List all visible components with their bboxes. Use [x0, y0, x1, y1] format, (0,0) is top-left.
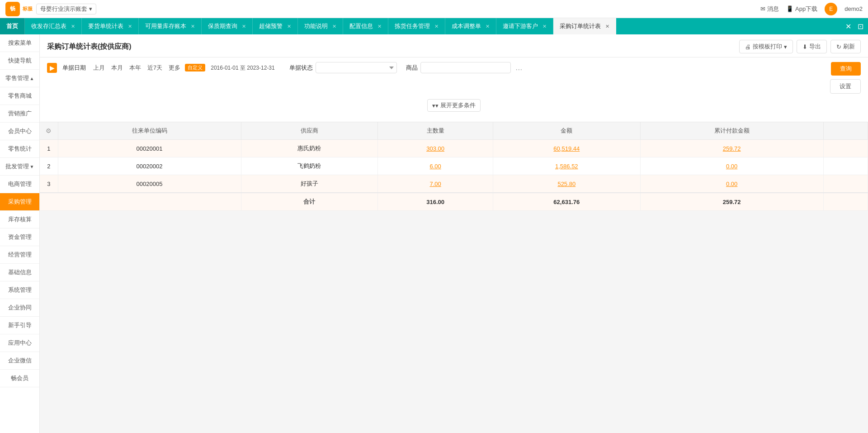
tab-overstock-close-icon[interactable]: ✕: [287, 24, 291, 29]
row2-amount-link[interactable]: 1,586.52: [555, 163, 578, 170]
app-icon: 📱: [786, 5, 793, 12]
sidebar-item-appcenter[interactable]: 应用中心: [0, 334, 39, 352]
sidebar-item-corpwechat[interactable]: 企业微信: [0, 352, 39, 370]
tab-invite[interactable]: 邀请下游客户 ✕: [496, 18, 553, 34]
tab-receive-close-icon[interactable]: ✕: [71, 24, 75, 29]
date-option-thisyear[interactable]: 本年: [127, 63, 143, 73]
sidebar-item-purchase[interactable]: 采购管理: [0, 193, 39, 211]
row1-paid-link[interactable]: 259.72: [723, 145, 741, 152]
app-download-button[interactable]: 📱 App下载: [786, 5, 817, 13]
sidebar-item-finance[interactable]: 资金管理: [0, 228, 39, 246]
refresh-button[interactable]: ↻ 刷新: [830, 40, 861, 53]
tab-funcguide[interactable]: 功能说明 ✕: [298, 18, 343, 34]
date-option-lastmonth[interactable]: 上月: [91, 63, 107, 73]
tab-cost-close-icon[interactable]: ✕: [486, 24, 490, 29]
col-amount: 金额: [493, 122, 640, 140]
page-title: 采购订单统计表(按供应商): [47, 42, 132, 52]
tab-purchase-close-icon[interactable]: ✕: [605, 24, 609, 29]
sidebar-item-system[interactable]: 系统管理: [0, 281, 39, 299]
sidebar-item-inventory2[interactable]: 库存核算: [0, 211, 39, 228]
col-code: 往来单位编码: [58, 122, 241, 140]
query-button[interactable]: 查询: [831, 62, 861, 76]
column-settings-icon[interactable]: ⚙: [46, 127, 52, 134]
table-row: 3 00020005 好孩子 7.00 525.80 0.00: [40, 175, 868, 193]
sidebar-item-collab[interactable]: 企业协同: [0, 299, 39, 317]
sidebar-item-basic[interactable]: 基础信息: [0, 264, 39, 281]
tab-inventory-close-icon[interactable]: ✕: [191, 24, 195, 29]
row3-qty: 7.00: [378, 175, 493, 193]
tab-receive[interactable]: 收发存汇总表 ✕: [25, 18, 82, 34]
sidebar-item-wholesale[interactable]: 批发管理 ▼: [0, 158, 39, 176]
filter-toggle-button[interactable]: ▶: [47, 63, 57, 73]
message-button[interactable]: ✉ 消息: [760, 5, 779, 13]
status-select[interactable]: [316, 62, 397, 73]
tab-overstock[interactable]: 超储预警 ✕: [253, 18, 298, 34]
tab-expiry-label: 保质期查询: [208, 22, 237, 30]
tab-expiry[interactable]: 保质期查询 ✕: [202, 18, 253, 34]
sidebar-item-operations[interactable]: 经营管理: [0, 246, 39, 264]
workspace-selector[interactable]: 母婴行业演示账套 ▾: [36, 4, 96, 14]
tab-demand-close-icon[interactable]: ✕: [128, 24, 132, 29]
date-option-7days[interactable]: 近7天: [146, 63, 164, 73]
sidebar-item-quicknav[interactable]: 快捷导航: [0, 52, 39, 70]
tab-inventory[interactable]: 可用量库存账本 ✕: [139, 18, 202, 34]
tab-config[interactable]: 配置信息 ✕: [343, 18, 388, 34]
expand-row: ▾▾ 展开更多条件: [47, 94, 861, 117]
row2-paid-link[interactable]: 0.00: [726, 163, 737, 170]
settings-button[interactable]: 设置: [830, 79, 861, 94]
status-filter-label: 单据状态: [289, 64, 313, 72]
sidebar-item-member[interactable]: 会员中心: [0, 123, 39, 140]
tab-cost[interactable]: 成本调整单 ✕: [445, 18, 496, 34]
filter-buttons: 查询 设置: [830, 62, 861, 94]
date-option-more[interactable]: 更多: [167, 63, 182, 73]
sidebar-item-member2[interactable]: 畅会员: [0, 370, 39, 387]
row3-amount-link[interactable]: 525.80: [557, 181, 576, 187]
sidebar-item-search[interactable]: 搜索菜单: [0, 34, 39, 52]
table-header-row: ⚙ 往来单位编码 供应商 主数量 金额 累计付款金额: [40, 122, 868, 140]
tab-demand[interactable]: 要货单统计表 ✕: [82, 18, 139, 34]
avatar-initials: E: [829, 6, 833, 12]
export-button[interactable]: ⬇ 导出: [797, 40, 827, 53]
status-filter: 单据状态: [289, 62, 397, 73]
sidebar-item-marketing[interactable]: 营销推广: [0, 105, 39, 123]
sidebar-item-search-label: 搜索菜单: [8, 39, 32, 46]
sidebar-item-retailshop-label: 零售商城: [8, 92, 32, 99]
sidebar-item-retailstat-label: 零售统计: [8, 145, 32, 152]
sidebar-item-retail-label: 零售管理: [5, 74, 29, 82]
row3-amount: 525.80: [493, 175, 640, 193]
tab-purchase[interactable]: 采购订单统计表 ✕: [553, 18, 616, 34]
row2-qty-link[interactable]: 6.00: [429, 163, 441, 170]
row1-amount-link[interactable]: 60,519.44: [553, 145, 580, 152]
footer-paid: 259.72: [640, 193, 823, 211]
expand-more-button[interactable]: ▾▾ 展开更多条件: [427, 99, 481, 112]
app-label: App下载: [795, 5, 817, 13]
row3-paid: 0.00: [640, 175, 823, 193]
sidebar-item-newguide[interactable]: 新手引导: [0, 317, 39, 334]
goods-more-button[interactable]: …: [514, 64, 524, 72]
tab-config-close-icon[interactable]: ✕: [377, 24, 382, 29]
tab-restore-icon[interactable]: ⊡: [855, 20, 866, 33]
template-print-button[interactable]: 🖨 按模板打印 ▾: [739, 40, 793, 53]
date-option-thismonth[interactable]: 本月: [109, 63, 125, 73]
sidebar-item-retailstat[interactable]: 零售统计: [0, 140, 39, 158]
sidebar-item-ecommerce[interactable]: 电商管理: [0, 176, 39, 193]
date-custom-tag[interactable]: 自定义: [185, 64, 205, 71]
sidebar-item-retailshop[interactable]: 零售商城: [0, 87, 39, 105]
row3-paid-link[interactable]: 0.00: [726, 181, 737, 187]
sidebar-item-retail[interactable]: 零售管理 ▲: [0, 70, 39, 87]
goods-input[interactable]: [420, 62, 511, 73]
tab-home[interactable]: 首页: [0, 18, 25, 34]
tab-invite-close-icon[interactable]: ✕: [542, 24, 547, 29]
sidebar: 搜索菜单 快捷导航 零售管理 ▲ 零售商城 营销推广 会员中心 零售统计 批发管…: [0, 34, 40, 433]
tab-task[interactable]: 拣货任务管理 ✕: [388, 18, 445, 34]
tab-close-all-icon[interactable]: ✕: [843, 20, 854, 33]
row1-qty-link[interactable]: 303.00: [426, 145, 444, 152]
tab-funcguide-close-icon[interactable]: ✕: [332, 24, 336, 29]
row3-code: 00020005: [58, 175, 241, 193]
row3-qty-link[interactable]: 7.00: [429, 181, 441, 187]
row2-code: 00020002: [58, 157, 241, 175]
tab-task-close-icon[interactable]: ✕: [434, 24, 439, 29]
tab-expiry-close-icon[interactable]: ✕: [242, 24, 246, 29]
user-avatar[interactable]: E: [825, 3, 837, 15]
tab-task-label: 拣货任务管理: [395, 22, 430, 30]
